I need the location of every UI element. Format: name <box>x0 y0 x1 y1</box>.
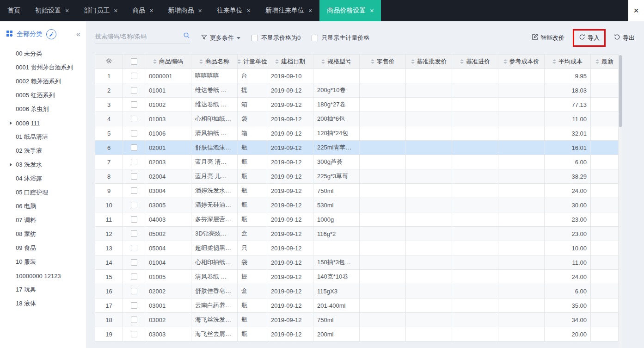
select-all-checkbox[interactable] <box>131 58 137 65</box>
row-checkbox[interactable] <box>131 144 137 151</box>
search-input[interactable] <box>95 33 180 40</box>
column-header-10[interactable]: 最新 <box>591 55 619 69</box>
tab-2[interactable]: 部门员工× <box>76 0 125 21</box>
column-header-7[interactable]: 基准进价 <box>452 55 498 69</box>
table-row[interactable]: 201001维达卷纸 …提2019-09-12200g*10卷18.03 <box>95 83 619 98</box>
main-unit-only-checkbox[interactable]: 只显示主计量价格 <box>312 34 369 42</box>
column-header-2[interactable]: 计量单位 <box>238 55 267 69</box>
row-checkbox[interactable] <box>131 130 137 137</box>
export-button[interactable]: 导出 <box>614 34 635 42</box>
column-header-6[interactable]: 基准批发价 <box>406 55 452 69</box>
sort-icon[interactable] <box>371 59 374 64</box>
category-item[interactable]: 0009 111 <box>0 116 86 130</box>
row-checkbox[interactable] <box>131 187 137 194</box>
tab-5[interactable]: 往来单位× <box>209 0 258 21</box>
table-row[interactable]: 401003心相印抽纸…袋2019-09-12200抽*6包11.00 <box>95 112 619 126</box>
hide-zero-price-checkbox[interactable]: 不显示价格为0 <box>251 34 301 42</box>
sort-icon[interactable] <box>411 59 415 64</box>
category-item[interactable]: 0001 贵州茅台酒系列 <box>0 61 86 75</box>
category-item[interactable]: 03 洗发水 <box>0 158 86 172</box>
expand-arrow-icon[interactable] <box>10 121 12 125</box>
row-checkbox[interactable] <box>131 216 137 223</box>
table-row[interactable]: 10000001嘻嘻嘻嘻台2019-09-109.95 <box>95 69 619 83</box>
tab-0[interactable]: 首页 <box>0 0 28 21</box>
category-item[interactable]: 18 液体 <box>0 297 86 311</box>
row-checkbox[interactable] <box>131 331 137 337</box>
category-item[interactable]: 05 口腔护理 <box>0 186 86 199</box>
category-item[interactable]: 02 洗手液 <box>0 144 86 158</box>
sort-icon[interactable] <box>238 59 241 64</box>
category-item[interactable]: 09 食品 <box>0 241 86 255</box>
category-item[interactable]: 0005 红酒系列 <box>0 88 86 102</box>
tab-close-icon[interactable]: × <box>114 7 117 14</box>
column-header-5[interactable]: 零售价 <box>360 55 406 69</box>
row-checkbox[interactable] <box>131 317 137 323</box>
scrollbar-thumb[interactable] <box>619 55 622 127</box>
row-checkbox[interactable] <box>131 259 137 266</box>
smart-reprice-button[interactable]: 智能改价 <box>532 34 564 42</box>
tab-close-icon[interactable]: × <box>247 7 251 14</box>
row-checkbox[interactable] <box>131 87 137 93</box>
category-item[interactable]: 10 服装 <box>0 255 86 269</box>
table-row[interactable]: 1602002舒肤佳香皂…盒2019-09-12115gX36.00 <box>95 284 619 298</box>
sort-icon[interactable] <box>275 59 279 64</box>
row-checkbox[interactable] <box>131 202 137 208</box>
search-icon[interactable] <box>183 32 190 41</box>
tab-4[interactable]: 新增商品× <box>161 0 209 21</box>
tab-1[interactable]: 初始设置× <box>28 0 76 21</box>
sort-icon[interactable] <box>595 59 599 64</box>
category-item[interactable]: 07 调料 <box>0 213 86 227</box>
more-filters-button[interactable]: 更多条件 <box>201 34 240 42</box>
category-item[interactable]: 04 沐浴露 <box>0 172 86 186</box>
column-header-9[interactable]: 平均成本 <box>545 55 591 69</box>
table-row[interactable]: 501006清风抽纸 …箱2019-09-12120抽*24包32.01 <box>95 126 619 141</box>
tab-close-icon[interactable]: × <box>198 7 202 14</box>
table-row[interactable]: 702003蓝月亮 清…瓶2019-09-12300g芦荟6.00 <box>95 155 619 169</box>
row-checkbox[interactable] <box>131 173 137 180</box>
category-item[interactable]: 0002 赖茅酒系列 <box>0 75 86 88</box>
row-checkbox[interactable] <box>131 273 137 280</box>
vertical-scrollbar[interactable] <box>619 54 622 348</box>
row-checkbox[interactable] <box>131 288 137 294</box>
column-header-3[interactable]: 建档日期 <box>267 55 313 69</box>
sort-icon[interactable] <box>503 59 507 64</box>
table-row[interactable]: 903004潘婷洗发水…瓶2019-09-12750ml24.00 <box>95 184 619 198</box>
column-header-8[interactable]: 参考成本价 <box>498 55 545 69</box>
category-item[interactable]: 01 纸品清洁 <box>0 130 86 144</box>
table-row[interactable]: 1501005清风卷纸 …提2019-09-12140克*10卷24.00 <box>95 270 619 284</box>
tab-3[interactable]: 商品× <box>125 0 160 21</box>
column-header-4[interactable]: 规格型号 <box>313 55 360 69</box>
table-row[interactable]: 301002维达卷纸 …箱2019-09-12180g*27卷77.13 <box>95 98 619 112</box>
row-checkbox[interactable] <box>131 245 137 251</box>
tab-6[interactable]: 新增往来单位× <box>258 0 319 21</box>
sort-icon[interactable] <box>552 59 556 64</box>
table-row[interactable]: 1104003多芬深层营…瓶2019-09-121000g23.00 <box>95 212 619 227</box>
table-row[interactable]: 1305004超细柔韧黑…只2019-09-1210.00 <box>95 241 619 255</box>
close-window-button[interactable]: × <box>628 0 644 21</box>
category-item[interactable]: 17 玩具 <box>0 283 86 297</box>
table-row[interactable]: 1401004心相印抽纸…袋2019-09-12150抽*3包…11.00 <box>95 255 619 270</box>
row-checkbox[interactable] <box>131 101 137 108</box>
category-item[interactable]: 10000000 12123 <box>0 269 86 283</box>
table-row[interactable]: 1003005潘婷无硅油…瓶2019-09-12530ml30.00 <box>95 198 619 212</box>
row-checkbox[interactable] <box>131 302 137 309</box>
sort-icon[interactable] <box>321 59 325 64</box>
category-item[interactable]: 08 家纺 <box>0 227 86 241</box>
table-row[interactable]: 1703001云南白药养…瓶2019-09-12201-400ml35.00 <box>95 298 619 313</box>
import-button[interactable]: 导入 <box>579 34 600 42</box>
table-row[interactable]: 602001舒肤佳泡沫…瓶2019-09-12225ml青苹…16.01 <box>95 141 619 155</box>
tab-close-icon[interactable]: × <box>370 7 374 14</box>
collapse-sidebar-button[interactable]: « <box>76 30 81 38</box>
table-row[interactable]: 1903003海飞丝去屑…瓶2019-09-12200ml20.00 <box>95 327 619 342</box>
table-row[interactable]: 1803002海飞丝洗发…瓶2019-09-12750ml34.00 <box>95 313 619 327</box>
edit-categories-button[interactable] <box>46 29 56 39</box>
sort-icon[interactable] <box>199 59 203 64</box>
column-header-0[interactable]: 商品编码 <box>145 55 191 69</box>
sort-icon[interactable] <box>460 59 464 64</box>
category-item[interactable]: 0006 杀虫剂 <box>0 102 86 116</box>
sort-icon[interactable] <box>153 59 157 64</box>
column-settings-header[interactable] <box>95 55 123 69</box>
row-checkbox[interactable] <box>131 159 137 165</box>
table-row[interactable]: 12050023D钻亮炫…盒2019-09-12116g*223.00 <box>95 227 619 241</box>
tab-close-icon[interactable]: × <box>149 7 153 14</box>
